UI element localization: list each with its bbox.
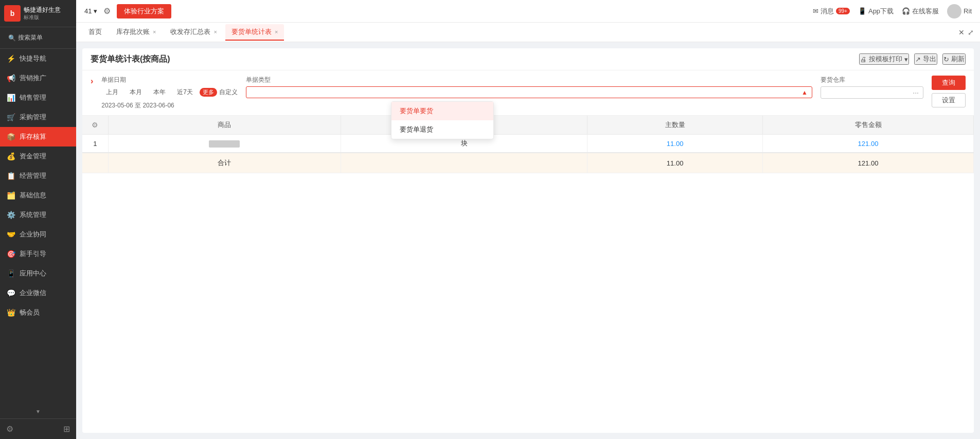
row-amount[interactable]: 121.00 (763, 135, 974, 153)
sidebar-nav: ⚡ 快捷导航 📢 营销推广 📊 销售管理 🛒 采购管理 📦 库存核算 💰 (0, 49, 76, 404)
sidebar-item-guide[interactable]: 🎯 新手引导 (0, 244, 76, 264)
dropdown-item-requisition-order[interactable]: 要货单要货 (391, 102, 493, 120)
sidebar-item-operations[interactable]: 📋 经营管理 (0, 166, 76, 186)
table-col-settings[interactable]: ⚙ (82, 116, 108, 135)
tab-close-batch-account[interactable]: × (153, 29, 156, 35)
tab-recv-send[interactable]: 收发存汇总表 × (164, 24, 223, 41)
enterprise-icon: 🤝 (6, 230, 15, 239)
sidebar-settings-icon[interactable]: ⚙ (6, 424, 13, 434)
sidebar-collapse-icon[interactable]: ⊞ (63, 424, 70, 434)
type-filter-input[interactable] (251, 88, 801, 96)
date-preset-last-month[interactable]: 上月 (101, 86, 123, 98)
page-panel: 要货单统计表(按商品) 🖨 按模板打印 ▾ ↗ 导出 ↻ (82, 48, 974, 433)
sidebar-header: b 畅捷通好生意 标准版 (0, 0, 76, 27)
type-dropdown-menu: 要货单要货 要货单退货 (391, 101, 494, 139)
filter-bar: › 单据日期 上月 本月 本年 近7天 更多 自定义 2023-05-06 至 … (82, 70, 974, 116)
app-download-button[interactable]: 📱 App下载 (858, 7, 894, 16)
more-presets-badge[interactable]: 更多 (200, 88, 217, 97)
marketing-icon: 📢 (6, 74, 15, 83)
date-preset-last-7days[interactable]: 近7天 (172, 86, 198, 98)
tab-close-requisition[interactable]: × (275, 29, 278, 35)
user-avatar (947, 4, 961, 19)
date-range-display: 2023-05-06 至 2023-06-06 (101, 101, 238, 110)
filter-actions: 查询 设置 (932, 76, 966, 107)
warehouse-more-icon[interactable]: ··· (913, 88, 919, 97)
filter-expand-button[interactable]: › (91, 77, 93, 86)
table-row: 1 块 11.00 121.00 (82, 135, 974, 153)
filter-settings-button[interactable]: 设置 (932, 93, 966, 107)
type-filter-chevron-up-icon[interactable]: ▲ (801, 89, 808, 96)
search-menu-button[interactable]: 🔍 搜索菜单 (4, 31, 72, 44)
messages-button[interactable]: ✉ 消息 99+ (813, 7, 850, 16)
type-filter-input-row[interactable]: ▲ (246, 86, 812, 98)
sidebar-item-quick-nav[interactable]: ⚡ 快捷导航 (0, 49, 76, 68)
date-preset-this-month[interactable]: 本月 (125, 86, 147, 98)
tab-bar-actions: ✕ ⤢ (958, 28, 974, 36)
sales-icon: 📊 (6, 93, 15, 102)
tab-home[interactable]: 首页 (82, 24, 108, 41)
sidebar-item-enterprise[interactable]: 🤝 企业协同 (0, 225, 76, 244)
quantity-link[interactable]: 11.00 (667, 140, 684, 148)
date-preset-this-year[interactable]: 本年 (149, 86, 170, 98)
type-filter-group: 单据类型 ▲ (246, 76, 812, 98)
page-header-actions: 🖨 按模板打印 ▾ ↗ 导出 ↻ 刷新 (859, 53, 966, 65)
tab-expand-button[interactable]: ⤢ (968, 28, 974, 36)
warehouse-filter-input[interactable] (825, 89, 913, 97)
tab-close-recv-send[interactable]: × (213, 29, 217, 35)
row-quantity[interactable]: 11.00 (587, 135, 763, 153)
sidebar-item-system[interactable]: ⚙️ 系统管理 (0, 205, 76, 225)
sidebar-item-sales[interactable]: 📊 销售管理 (0, 88, 76, 107)
table-header: ⚙ 商品 主计量单位 主数量 零售金额 (82, 116, 974, 135)
custom-date-button[interactable]: 自定义 (219, 88, 238, 97)
table-footer: 合计 11.00 121.00 (82, 153, 974, 173)
dropdown-item-requisition-return[interactable]: 要货单退货 (391, 120, 493, 139)
purchase-icon: 🛒 (6, 113, 15, 122)
topbar-settings-icon[interactable]: ⚙ (103, 6, 111, 16)
sidebar-item-member[interactable]: 👑 畅会员 (0, 303, 76, 322)
company-selector[interactable]: 41 ▾ (84, 7, 97, 15)
amount-link[interactable]: 121.00 (858, 140, 879, 148)
sidebar-item-inventory[interactable]: 📦 库存核算 (0, 127, 76, 147)
print-button[interactable]: 🖨 按模板打印 ▾ (859, 53, 909, 65)
finance-icon: 💰 (6, 152, 15, 161)
member-icon: 👑 (6, 308, 15, 317)
sidebar-scroll-down[interactable]: ▼ (0, 404, 76, 418)
table-settings-icon[interactable]: ⚙ (92, 121, 98, 129)
export-button[interactable]: ↗ 导出 (914, 53, 937, 65)
phone-icon: 📱 (858, 7, 866, 15)
warehouse-filter-group: 要货仓库 ··· (821, 76, 923, 99)
refresh-icon: ↻ (943, 56, 949, 63)
tab-batch-account[interactable]: 库存批次账 × (110, 24, 162, 41)
tab-close-all-button[interactable]: ✕ (958, 28, 965, 36)
chevron-down-icon: ▾ (94, 7, 97, 15)
sidebar-item-basic[interactable]: 🗂️ 基础信息 (0, 186, 76, 205)
sidebar-item-wechat[interactable]: 💬 企业微信 (0, 283, 76, 303)
sidebar-item-purchase[interactable]: 🛒 采购管理 (0, 107, 76, 127)
page-content: 要货单统计表(按商品) 🖨 按模板打印 ▾ ↗ 导出 ↻ (76, 42, 980, 439)
summary-empty-2 (341, 153, 587, 173)
warehouse-filter-input-row[interactable]: ··· (821, 86, 923, 99)
sidebar-item-app-center[interactable]: 📱 应用中心 (0, 264, 76, 283)
summary-row: 合计 11.00 121.00 (82, 153, 974, 173)
summary-quantity: 11.00 (587, 153, 763, 173)
user-menu[interactable]: Rit (947, 4, 972, 19)
system-icon: ⚙️ (6, 210, 15, 220)
sidebar-search-area[interactable]: 🔍 搜索菜单 (0, 27, 76, 49)
query-button[interactable]: 查询 (932, 76, 966, 90)
search-icon: 🔍 (8, 34, 16, 42)
table-col-amount: 零售金额 (763, 116, 974, 135)
trial-button[interactable]: 体验行业方案 (117, 4, 171, 19)
table-body: 1 块 11.00 121.00 (82, 135, 974, 153)
sidebar-item-finance[interactable]: 💰 资金管理 (0, 147, 76, 166)
table-col-product: 商品 (108, 116, 341, 135)
online-service-button[interactable]: 🎧 在线客服 (902, 7, 939, 16)
topbar: 41 ▾ ⚙ 体验行业方案 ✉ 消息 99+ 📱 App下载 🎧 在 (76, 0, 980, 23)
product-blurred-cell (209, 140, 240, 148)
tab-bar: 首页 库存批次账 × 收发存汇总表 × 要货单统计表 × ✕ ⤢ (76, 23, 980, 42)
page-header: 要货单统计表(按商品) 🖨 按模板打印 ▾ ↗ 导出 ↻ (82, 48, 974, 70)
summary-label: 合计 (108, 153, 341, 173)
sidebar-item-marketing[interactable]: 📢 营销推广 (0, 68, 76, 88)
tab-requisition[interactable]: 要货单统计表 × (225, 24, 284, 41)
inventory-icon: 📦 (6, 132, 15, 141)
refresh-button[interactable]: ↻ 刷新 (942, 53, 966, 65)
